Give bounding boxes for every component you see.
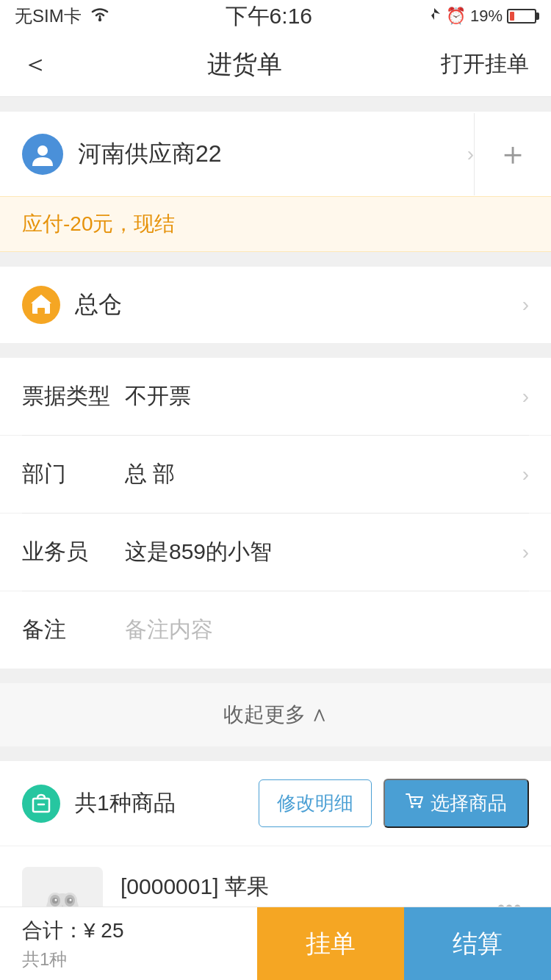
total-row: 合计： ¥ 25 (22, 917, 235, 945)
select-products-label: 选择商品 (431, 790, 507, 816)
invoice-value: 不开票 (125, 381, 515, 411)
bottom-bar: 合计： ¥ 25 共1种 挂单 结算 (0, 907, 551, 980)
add-supplier-button[interactable]: ＋ (475, 112, 529, 196)
divider-7 (0, 669, 551, 683)
supplier-name: 河南供应商22 (78, 138, 460, 170)
status-left: 无SIM卡 (15, 4, 111, 28)
department-value: 总 部 (125, 459, 515, 489)
battery-percent: 19% (470, 7, 503, 26)
time-label: 下午6:16 (226, 1, 312, 32)
nav-bar: ＜ 进货单 打开挂单 (0, 32, 551, 97)
svg-point-0 (98, 18, 101, 21)
salesperson-chevron-icon: › (522, 541, 529, 564)
svg-rect-4 (37, 308, 45, 314)
products-header: 共1种商品 修改明细 选择商品 (0, 761, 551, 846)
supplier-main[interactable]: 河南供应商22 › (22, 113, 475, 195)
svg-point-19 (70, 899, 72, 901)
alarm-icon: ⏰ (446, 7, 466, 26)
department-label: 部门 (22, 459, 125, 489)
svg-point-7 (411, 805, 414, 808)
divider-2 (0, 252, 551, 267)
total-amount: ¥ 25 (84, 919, 124, 943)
status-right: ⏰ 19% (427, 7, 536, 26)
department-chevron-icon: › (522, 463, 529, 486)
collapse-label: 收起更多 ∧ (223, 701, 328, 729)
open-hang-button[interactable]: 打开挂单 (441, 49, 529, 79)
back-button[interactable]: ＜ (22, 46, 48, 82)
status-bar: 无SIM卡 下午6:16 ⏰ 19% (0, 0, 551, 32)
page-title: 进货单 (207, 48, 282, 82)
svg-point-8 (418, 805, 421, 808)
warehouse-name: 总仓 (75, 289, 515, 321)
hang-button[interactable]: 挂单 (257, 907, 404, 981)
total-section: 合计： ¥ 25 共1种 (0, 917, 257, 971)
edit-details-button[interactable]: 修改明细 (259, 779, 372, 827)
warehouse-section[interactable]: 总仓 › (0, 267, 551, 343)
products-icon (22, 785, 60, 823)
svg-marker-3 (31, 295, 51, 303)
salesperson-row[interactable]: 业务员 这是859的小智 › (0, 514, 551, 591)
remark-input[interactable]: 备注内容 (125, 615, 529, 645)
alert-banner: 应付-20元，现结 (0, 196, 551, 252)
collapse-row[interactable]: 收起更多 ∧ (0, 683, 551, 746)
supplier-chevron-icon: › (467, 143, 474, 166)
divider-1 (0, 97, 551, 112)
supplier-avatar (22, 134, 63, 175)
cart-icon (406, 792, 425, 815)
remark-label: 备注 (22, 615, 125, 645)
settle-button[interactable]: 结算 (404, 907, 551, 981)
total-sub-label: 共1种 (22, 948, 235, 971)
battery-icon (507, 9, 536, 24)
invoice-chevron-icon: › (522, 385, 529, 408)
invoice-row[interactable]: 票据类型 不开票 › (0, 358, 551, 435)
remark-row[interactable]: 备注 备注内容 (0, 591, 551, 669)
warehouse-chevron-icon: › (522, 293, 529, 317)
salesperson-value: 这是859的小智 (125, 537, 515, 567)
wifi-icon (89, 6, 111, 26)
warehouse-icon (22, 286, 60, 324)
department-row[interactable]: 部门 总 部 › (0, 436, 551, 513)
select-products-button[interactable]: 选择商品 (383, 779, 529, 828)
invoice-label: 票据类型 (22, 381, 125, 411)
product-name: [0000001] 苹果 (120, 872, 489, 902)
location-icon (427, 7, 442, 26)
divider-8 (0, 746, 551, 761)
svg-point-18 (55, 899, 57, 901)
divider-3 (0, 343, 551, 358)
total-label: 合计： (22, 917, 84, 945)
signal-label: 无SIM卡 (15, 4, 82, 28)
svg-point-1 (37, 145, 48, 156)
supplier-section: 河南供应商22 › ＋ (0, 112, 551, 196)
products-count: 共1种商品 (75, 788, 259, 818)
salesperson-label: 业务员 (22, 537, 125, 567)
